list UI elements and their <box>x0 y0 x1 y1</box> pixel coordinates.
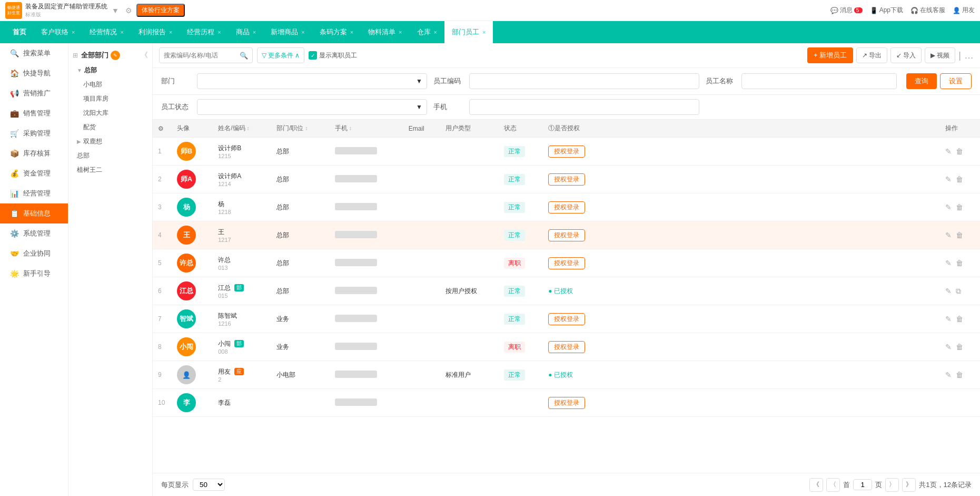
dept-item-project[interactable]: 项目库房 <box>79 92 152 106</box>
edit-icon[interactable]: ✎ <box>945 371 952 379</box>
auth-login-btn[interactable]: 授权登录 <box>548 397 585 409</box>
delete-icon[interactable]: 🗑 <box>956 203 963 211</box>
nav-tab-barcode[interactable]: 条码方案 × <box>312 21 361 43</box>
show-resign-toggle[interactable]: ✓ 显示离职员工 <box>309 51 357 60</box>
th-name[interactable]: 姓名/编码 ↕ <box>213 120 271 138</box>
close-icon[interactable]: × <box>120 29 123 35</box>
close-icon[interactable]: × <box>301 29 304 35</box>
trial-button[interactable]: 体验行业方案 <box>136 4 185 17</box>
filter-dept-select[interactable]: ▼ <box>197 73 427 89</box>
edit-icon[interactable]: ✎ <box>945 175 952 183</box>
delete-icon[interactable]: 🗑 <box>956 315 963 323</box>
th-dept[interactable]: 部门/职位 ↕ <box>271 120 330 138</box>
nav-tab-profit[interactable]: 利润报告 × <box>131 21 180 43</box>
close-icon[interactable]: × <box>434 29 437 35</box>
add-employee-btn[interactable]: + 新增员工 <box>807 47 853 63</box>
dept-item-peihuo[interactable]: 配货 <box>79 120 152 134</box>
more-icon[interactable]: … <box>964 50 974 61</box>
help-icon[interactable]: | <box>958 50 961 61</box>
delete-icon[interactable]: 🗑 <box>956 371 963 379</box>
nav-tab-warehouse[interactable]: 仓库 × <box>410 21 444 43</box>
auth-login-btn[interactable]: 授权登录 <box>548 341 585 353</box>
edit-dept-btn[interactable]: ✎ <box>111 51 120 60</box>
sidebar-item-marketing[interactable]: 📢 营销推广 <box>0 83 68 103</box>
auth-login-btn[interactable]: 授权登录 <box>548 229 585 241</box>
delete-icon[interactable]: 🗑 <box>956 175 963 183</box>
query-btn[interactable]: 查询 <box>906 73 937 89</box>
prev-page-btn[interactable]: 〈 <box>826 478 840 492</box>
first-page-btn[interactable]: 《 <box>809 478 823 492</box>
filter-empcode-input[interactable] <box>469 73 699 89</box>
close-icon[interactable]: × <box>399 29 402 35</box>
collapse-panel-btn[interactable]: 《 <box>141 51 148 60</box>
sidebar-item-manage[interactable]: 📊 经营管理 <box>0 183 68 203</box>
message-btn[interactable]: 💬 消息 5 <box>830 6 863 15</box>
search-btn[interactable]: 🔍 <box>240 52 248 60</box>
sidebar-item-basic[interactable]: 📋 基础信息 <box>0 203 68 223</box>
close-icon[interactable]: × <box>350 29 353 35</box>
search-input[interactable] <box>164 52 237 59</box>
nav-tab-home[interactable]: 首页 <box>5 21 34 43</box>
dept-tree-group-hq[interactable]: ▼ 总部 <box>73 63 152 77</box>
close-icon[interactable]: × <box>217 29 221 35</box>
dept-item-zongbu[interactable]: 总部 <box>73 149 152 163</box>
nav-tab-dept-staff[interactable]: 部门员工 × <box>444 21 493 43</box>
close-icon[interactable]: × <box>72 29 75 35</box>
delete-icon[interactable]: 🗑 <box>956 231 963 239</box>
sidebar-item-search[interactable]: 🔍 搜索菜单 <box>0 43 68 63</box>
nav-tab-bom[interactable]: 物料清单 × <box>361 21 409 43</box>
nav-tab-customer[interactable]: 客户联络 × <box>34 21 82 43</box>
nav-tab-history[interactable]: 经营历程 × <box>180 21 228 43</box>
page-size-select[interactable]: 50 100 200 <box>193 479 225 491</box>
close-icon[interactable]: × <box>169 29 172 35</box>
copy-icon[interactable]: ⧉ <box>956 287 961 296</box>
dept-item-shenyang[interactable]: 沈阳大库 <box>79 106 152 120</box>
settings-icon[interactable]: ⚙ <box>125 6 132 15</box>
auth-login-btn[interactable]: 授权登录 <box>548 173 585 186</box>
edit-icon[interactable]: ✎ <box>945 147 952 155</box>
delete-icon[interactable]: 🗑 <box>956 259 963 267</box>
sidebar-item-inventory[interactable]: 📦 库存核算 <box>0 143 68 163</box>
edit-icon[interactable]: ✎ <box>945 287 952 295</box>
sidebar-item-finance[interactable]: 💰 资金管理 <box>0 163 68 183</box>
auth-login-btn[interactable]: 授权登录 <box>548 257 585 269</box>
settings-btn[interactable]: 设置 <box>940 73 972 89</box>
edit-icon[interactable]: ✎ <box>945 231 952 239</box>
search-input-wrap[interactable]: 🔍 <box>159 47 253 63</box>
nav-tab-operation[interactable]: 经营情况 × <box>82 21 131 43</box>
edit-icon[interactable]: ✎ <box>945 315 952 323</box>
delete-icon[interactable]: 🗑 <box>956 147 963 155</box>
close-icon[interactable]: × <box>253 29 256 35</box>
filter-empname-input[interactable] <box>741 73 897 89</box>
auth-login-btn[interactable]: 授权登录 <box>548 313 585 325</box>
user-btn[interactable]: 👤 用友 <box>953 6 975 15</box>
edit-icon[interactable]: ✎ <box>945 203 952 211</box>
sidebar-item-system[interactable]: ⚙️ 系统管理 <box>0 223 68 244</box>
online-service-btn[interactable]: 🎧 在线客服 <box>910 6 945 15</box>
import-btn[interactable]: ↙ 导入 <box>890 47 922 63</box>
next-page-btn[interactable]: 〉 <box>885 478 899 492</box>
nav-tab-goods[interactable]: 商品 × <box>229 21 263 43</box>
export-btn[interactable]: ↗ 导出 <box>856 47 887 63</box>
close-icon[interactable]: × <box>482 29 486 35</box>
edit-icon[interactable]: ✎ <box>945 259 952 267</box>
auth-login-btn[interactable]: 授权登录 <box>548 201 585 213</box>
sidebar-item-guide[interactable]: 🌟 新手引导 <box>0 264 68 284</box>
sidebar-item-purchase[interactable]: 🛒 采购管理 <box>0 123 68 143</box>
video-btn[interactable]: ▶ 视频 <box>925 47 955 63</box>
th-phone[interactable]: 手机 ↕ <box>330 120 403 138</box>
edit-icon[interactable]: ✎ <box>945 343 952 351</box>
sidebar-item-sales[interactable]: 💼 销售管理 <box>0 103 68 123</box>
all-dept-label[interactable]: 全部部门 <box>81 51 108 60</box>
delete-icon[interactable]: 🗑 <box>956 343 963 351</box>
more-conditions-btn[interactable]: ▽ 更多条件 ∧ <box>257 47 304 63</box>
page-number-input[interactable] <box>853 479 872 490</box>
dropdown-arrow[interactable]: ▼ <box>112 6 119 15</box>
nav-tab-new-goods[interactable]: 新增商品 × <box>263 21 312 43</box>
app-download-btn[interactable]: 📱 App下载 <box>870 6 903 15</box>
sidebar-item-quicknav[interactable]: 🏠 快捷导航 <box>0 63 68 83</box>
th-settings[interactable]: ⚙ <box>153 120 172 138</box>
last-page-btn[interactable]: 》 <box>902 478 916 492</box>
dept-item-shuanglu[interactable]: ▶ 双鹿想 <box>73 134 152 149</box>
sidebar-item-collab[interactable]: 🤝 企业协同 <box>0 244 68 264</box>
